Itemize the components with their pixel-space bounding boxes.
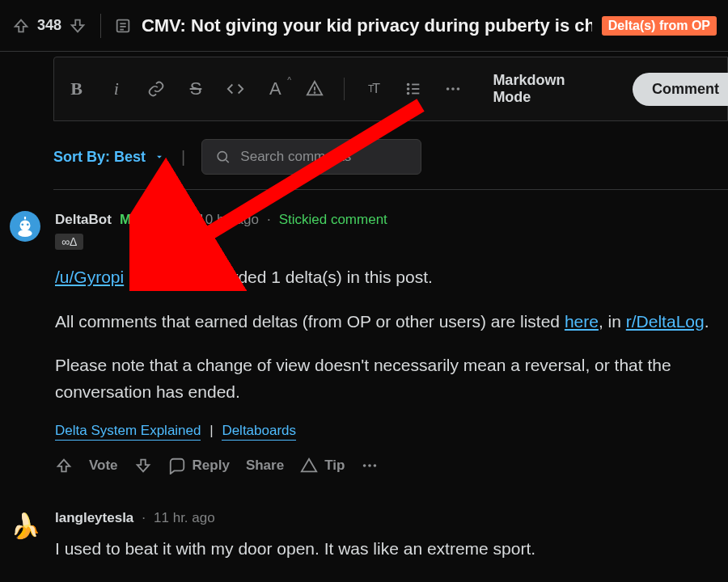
post-flair[interactable]: Delta(s) from OP bbox=[602, 16, 717, 36]
reply-label: Reply bbox=[193, 458, 230, 474]
submit-comment-button[interactable]: Comment bbox=[633, 73, 728, 106]
avatar[interactable] bbox=[10, 211, 40, 242]
sort-label-text: Sort By: Best bbox=[53, 149, 146, 166]
post-type-icon bbox=[114, 16, 132, 36]
divider bbox=[100, 14, 101, 38]
svg-point-19 bbox=[18, 230, 32, 237]
downvote-button[interactable] bbox=[68, 16, 87, 36]
user-flair: ∞Δ bbox=[55, 234, 83, 250]
search-comments-input[interactable] bbox=[240, 149, 408, 165]
vote-label: Vote bbox=[89, 458, 118, 474]
svg-point-7 bbox=[407, 84, 408, 86]
sort-row: Sort By: Best | bbox=[53, 121, 728, 189]
markdown-mode-toggle[interactable]: Markdown Mode bbox=[481, 72, 615, 106]
italic-button[interactable]: i bbox=[105, 78, 127, 100]
svg-point-15 bbox=[456, 87, 459, 91]
downvote-button[interactable] bbox=[134, 457, 152, 474]
more-tools-button[interactable] bbox=[442, 78, 463, 100]
comment-text: (OP) has awarded 1 delta(s) in this post… bbox=[124, 268, 433, 286]
comment-author[interactable]: DeltaBot bbox=[55, 212, 112, 228]
svg-point-13 bbox=[447, 87, 450, 91]
mod-shield-icon: 🛡️ bbox=[160, 211, 178, 229]
comment: 🍌 langleytesla · 11 hr. ago I used to be… bbox=[0, 483, 728, 582]
svg-point-20 bbox=[21, 223, 23, 226]
comment-text: All comments that earned deltas (from OP… bbox=[55, 312, 565, 331]
bold-button[interactable]: B bbox=[66, 78, 87, 100]
superscript-button[interactable]: A^ bbox=[265, 78, 286, 100]
subreddit-link[interactable]: r/DeltaLog bbox=[626, 312, 705, 331]
svg-line-17 bbox=[226, 160, 229, 162]
svg-point-26 bbox=[374, 464, 377, 467]
svg-point-25 bbox=[368, 464, 371, 467]
avatar[interactable]: 🍌 bbox=[10, 510, 40, 541]
meta-dot: · bbox=[142, 510, 146, 526]
strike-button[interactable]: S bbox=[184, 78, 206, 100]
footer-links: Delta System Explained | Deltaboards bbox=[55, 423, 712, 439]
comment-meta: langleytesla · 11 hr. ago bbox=[55, 510, 712, 526]
comment-text: . bbox=[705, 312, 709, 331]
comment-text: , in bbox=[599, 312, 626, 331]
svg-point-24 bbox=[363, 464, 366, 467]
more-actions-button[interactable] bbox=[361, 457, 379, 474]
upvote-button[interactable] bbox=[55, 457, 73, 474]
comment-author[interactable]: langleytesla bbox=[55, 510, 133, 526]
search-icon bbox=[215, 148, 231, 166]
spoiler-button[interactable] bbox=[304, 78, 326, 100]
comment-age: 10 hr. ago bbox=[197, 212, 259, 228]
svg-point-16 bbox=[218, 152, 226, 161]
svg-point-21 bbox=[27, 223, 29, 226]
upvote-button[interactable] bbox=[11, 16, 31, 36]
sort-separator: | bbox=[181, 148, 185, 167]
stickied-label: Stickied comment bbox=[279, 212, 387, 228]
tip-label: Tip bbox=[324, 458, 345, 474]
chevron-down-icon bbox=[154, 151, 165, 162]
vote-cluster: 348 bbox=[11, 16, 87, 36]
share-button[interactable]: Share bbox=[246, 458, 284, 474]
link-button[interactable] bbox=[145, 78, 167, 100]
sort-dropdown[interactable]: Sort By: Best bbox=[53, 149, 165, 166]
meta-dot: · bbox=[186, 212, 190, 228]
tip-button[interactable]: Tip bbox=[300, 457, 345, 474]
editor-toolbar: B i S A^ TT Markdown Mode Comment bbox=[53, 57, 728, 121]
svg-point-14 bbox=[451, 87, 455, 91]
reply-button[interactable]: Reply bbox=[168, 457, 230, 474]
comment: DeltaBot MOD 🛡️ · 10 hr. ago · Stickied … bbox=[0, 190, 728, 483]
list-button[interactable] bbox=[402, 78, 424, 100]
comment-age: 11 hr. ago bbox=[154, 510, 215, 526]
post-topbar: 348 CMV: Not giving your kid privacy dur… bbox=[0, 0, 728, 52]
pipe: | bbox=[210, 423, 213, 438]
svg-point-8 bbox=[407, 88, 408, 90]
text-size-button[interactable]: TT bbox=[362, 78, 384, 100]
deltaboards-link[interactable]: Deltaboards bbox=[222, 423, 296, 441]
comment-text: I used to beat it with my door open. It … bbox=[55, 536, 712, 563]
here-link[interactable]: here bbox=[565, 312, 599, 331]
comment-meta: DeltaBot MOD 🛡️ · 10 hr. ago · Stickied … bbox=[55, 211, 712, 229]
svg-point-6 bbox=[315, 92, 315, 93]
comment-content: /u/Gyropi (OP) has awarded 1 delta(s) in… bbox=[55, 264, 712, 405]
svg-point-9 bbox=[407, 93, 408, 95]
comment-text: Please note that a change of view doesn'… bbox=[55, 352, 712, 405]
toolbar-separator bbox=[344, 78, 345, 100]
comment-content: I used to beat it with my door open. It … bbox=[55, 536, 712, 563]
delta-explained-link[interactable]: Delta System Explained bbox=[55, 423, 201, 441]
code-button[interactable] bbox=[225, 78, 247, 100]
post-title[interactable]: CMV: Not giving your kid privacy during … bbox=[142, 15, 592, 36]
svg-point-18 bbox=[20, 220, 31, 230]
search-comments-wrap[interactable] bbox=[201, 139, 421, 175]
comment-actions: Vote Reply Share Tip bbox=[55, 457, 712, 474]
mod-tag: MOD bbox=[120, 212, 152, 228]
svg-marker-23 bbox=[302, 459, 316, 472]
user-link[interactable]: /u/Gyropi bbox=[55, 268, 124, 286]
meta-dot: · bbox=[267, 212, 271, 228]
vote-score: 348 bbox=[37, 17, 61, 34]
